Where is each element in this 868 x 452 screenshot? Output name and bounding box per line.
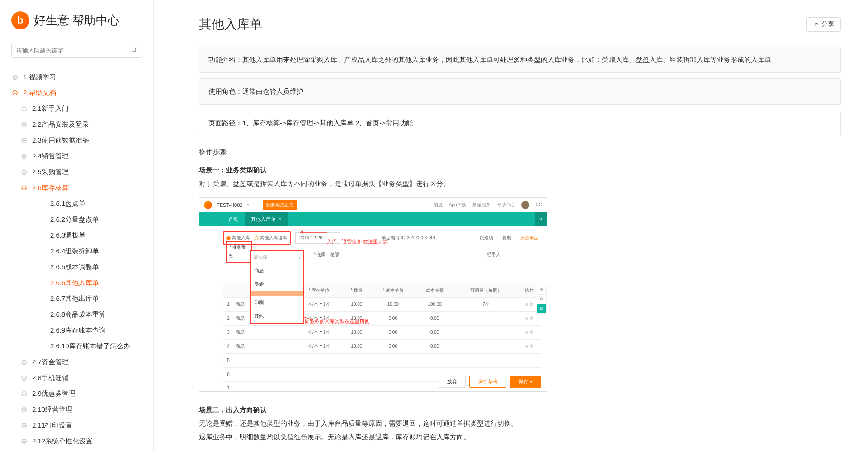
plus-icon: ⊕	[21, 121, 27, 128]
intro-text: 其他入库单用来处理除采购入库、产成品入库之外的其他入库业务，因此其他入库单可处理…	[242, 56, 771, 63]
share-icon	[813, 21, 819, 28]
ss-tool-history: 历史单据	[518, 233, 541, 243]
ss-topbar: TEST-H002 ▾ 我要购买正式 消息 App下载 加减服务 帮助中心 CC	[199, 198, 547, 212]
plus-icon: ⊕	[21, 390, 27, 398]
nav-item[interactable]: 2.6.6其他入库单	[11, 275, 142, 291]
nav-item[interactable]: ⊕2.5采购管理	[11, 164, 142, 180]
chevron-down-icon: ▾	[247, 200, 249, 209]
radio-return: 其他入库退库	[255, 233, 287, 243]
nav-item[interactable]: ⊖2.帮助文档	[11, 85, 142, 101]
scene2-line2: 退库业务中，明细数量均以负值红色展示。无论是入库还是退库，库存账均记在入库方向。	[199, 430, 841, 444]
arrow-icon	[300, 228, 327, 236]
path-label: 页面路径：	[208, 119, 242, 127]
tool-icon: ⊙	[537, 294, 547, 304]
brand-logo: b	[11, 11, 29, 29]
nav-item[interactable]: ⊕2.8手机旺铺	[11, 370, 142, 386]
plus-icon: ⊕	[21, 358, 27, 366]
ss-handler-label: 经手人	[487, 250, 500, 259]
nav-item[interactable]: 2.6.10库存账本错了怎么办	[11, 338, 142, 354]
ss-tabbar: 首页 其他入库单× ×	[199, 212, 547, 226]
ss-top-right: 消息 App下载 加减服务 帮助中心 CC	[434, 200, 542, 209]
brand-title: 好生意 帮助中心	[34, 13, 119, 29]
nav-item[interactable]: ⊕2.10经营管理	[11, 402, 142, 418]
nav-item[interactable]: ⊖2.6库存核算	[11, 180, 142, 196]
path-text: 1、库存核算->库存管理->其他入库单 2、首页->常用功能	[242, 119, 413, 127]
nav-label: 2.1新手入门	[32, 105, 69, 113]
share-button[interactable]: 分享	[806, 17, 841, 32]
nav-label: 2.6.2分量盘点单	[50, 215, 99, 224]
ss-link-app: App下载	[449, 200, 466, 209]
nav-item[interactable]: 2.6.3调拨单	[11, 228, 142, 243]
ss-tab-current: 其他入库单×	[245, 212, 288, 226]
tool-icon-active: ⊡	[537, 304, 547, 314]
nav-item[interactable]: 2.6.1盘点单	[11, 196, 142, 212]
nav-label: 2.7资金管理	[32, 358, 69, 366]
ss-body: 其他入库 其他入库退库 2019-12-26 入库、退货业务 在这里切换 单据编…	[199, 226, 547, 391]
nav-label: 2.6.7其他出库单	[50, 295, 99, 303]
ss-warehouse-val: 总部	[330, 250, 339, 259]
role-label: 使用角色：	[208, 87, 242, 95]
ss-docnum: 单据编号 IC-20191226-001	[382, 233, 436, 243]
svg-line-1	[135, 51, 137, 52]
nav-label: 2.12系统个性化设置	[32, 437, 93, 446]
ss-avatar-icon	[521, 201, 529, 209]
path-box: 页面路径：1、库存核算->库存管理->其他入库单 2、首页->常用功能	[199, 110, 841, 136]
plus-icon: ⊕	[21, 406, 27, 414]
role-text: 通常由仓管人员维护	[242, 87, 303, 95]
nav-item[interactable]: ⊕2.9优惠券管理	[11, 386, 142, 402]
plus-icon: ⊕	[21, 168, 27, 176]
dd-item: 其他	[251, 309, 303, 323]
plus-icon: ⊕	[21, 137, 27, 144]
plus-icon: ⊕	[21, 105, 27, 113]
nav-item[interactable]: ⊕2.12系统个性化设置	[11, 433, 142, 449]
minus-icon: ⊖	[12, 89, 18, 97]
nav-label: 2.10经营管理	[32, 405, 72, 414]
ss-toolbar: 快速填 复制 历史单据	[477, 233, 541, 243]
intro-box: 功能介绍：其他入库单用来处理除采购入库、产成品入库之外的其他入库业务，因此其他入…	[199, 47, 841, 73]
close-icon: ×	[278, 214, 281, 224]
nav-item[interactable]: ⊕2.4销售管理	[11, 148, 142, 164]
nav-item[interactable]: ⊕2.7资金管理	[11, 354, 142, 370]
ss-logo-icon	[204, 201, 212, 209]
nav-label: 2.11打印设置	[32, 421, 72, 430]
nav-item[interactable]: ⊕2.13在线支付	[11, 449, 142, 452]
nav-label: 2.6库存核算	[32, 184, 69, 192]
ss-link-service: 加减服务	[472, 200, 491, 209]
nav-item[interactable]: 2.6.7其他出库单	[11, 291, 142, 307]
scene1-title: 场景一：业务类型确认	[199, 163, 841, 177]
nav-item[interactable]: ⊕1.视频学习	[11, 69, 142, 85]
nav-item[interactable]: 2.6.9库存账本查询	[11, 323, 142, 338]
ss-tabs-close: ×	[535, 212, 547, 226]
search-input[interactable]	[11, 43, 142, 58]
nav-item[interactable]: ⊕2.11打印设置	[11, 418, 142, 433]
nav-item[interactable]: ⊕2.3使用前数据准备	[11, 133, 142, 148]
nav-label: 2.6.4组装拆卸单	[50, 247, 99, 256]
tool-icon: ⊕	[537, 285, 547, 295]
ss-link-msg: 消息	[434, 200, 443, 209]
ss-link-help: 帮助中心	[497, 200, 515, 209]
scene2-title: 场景二：出入方向确认	[199, 403, 841, 417]
nav-item[interactable]: ⊕2.2产品安装及登录	[11, 117, 142, 133]
dd-item: 印刷	[251, 296, 303, 309]
nav-item[interactable]: 2.6.2分量盘点单	[11, 212, 142, 228]
plus-icon: ⊕	[21, 438, 27, 445]
scene2-line1: 无论是受赠，还是其他类型的业务，由于入库商品质量等原因，需要退回，这时可通过单据…	[199, 417, 841, 430]
steps-label: 操作步骤:	[199, 145, 841, 159]
nav-item[interactable]: 2.6.8商品成本重算	[11, 307, 142, 323]
nav-label: 2.3使用前数据准备	[32, 136, 89, 145]
sidebar: b 好生意 帮助中心 ⊕1.视频学习⊖2.帮助文档⊕2.1新手入门⊕2.2产品安…	[0, 0, 154, 452]
nav-item[interactable]: ⊕2.1新手入门	[11, 101, 142, 117]
ss-tool-copy: 复制	[500, 233, 514, 243]
plus-icon: ⊕	[21, 152, 27, 160]
nav-label: 2.4销售管理	[32, 152, 69, 161]
nav-label: 2.帮助文档	[23, 89, 56, 97]
dd-item: 受赠	[251, 278, 303, 291]
nav-item[interactable]: 2.6.4组装拆卸单	[11, 243, 142, 259]
ss-footer: 放弃 保存草稿 保存 ▾	[439, 376, 541, 388]
ss-biztype: * 业务类型	[226, 241, 252, 263]
role-box: 使用角色：通常由仓管人员维护	[199, 78, 841, 105]
ss-tab-home: 首页	[222, 212, 245, 226]
nav-item[interactable]: 2.6.5成本调整单	[11, 259, 142, 275]
search-icon[interactable]	[131, 47, 137, 54]
share-label: 分享	[821, 20, 834, 29]
